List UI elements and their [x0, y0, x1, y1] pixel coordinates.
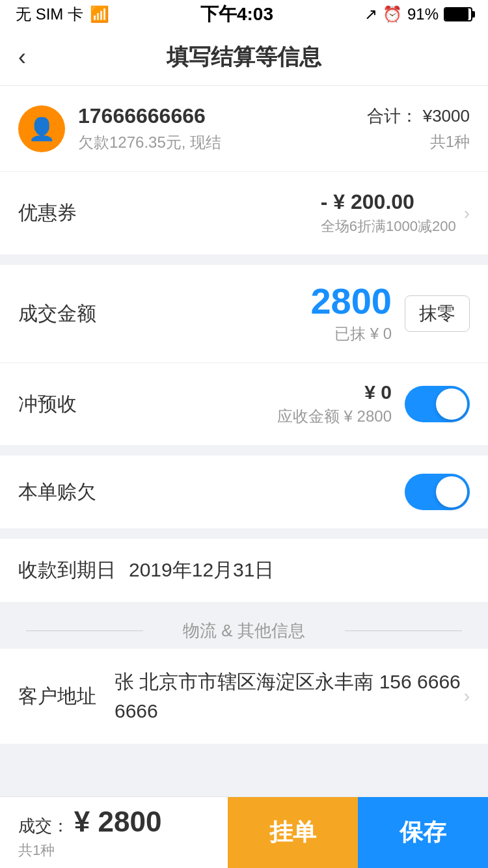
logistics-text: 物流 & 其他信息 — [172, 619, 316, 642]
advance-right: ¥ 0 应收金额 ¥ 2800 — [277, 381, 470, 427]
status-bar: 无 SIM 卡 📶 下午4:03 ↗ ⏰ 91% — [0, 0, 488, 29]
location-icon: ↗ — [364, 5, 377, 23]
bottom-amount: ¥ 2800 — [74, 806, 162, 837]
clock-icon: ⏰ — [383, 5, 402, 23]
hold-button[interactable]: 挂单 — [228, 797, 358, 869]
advance-amount-info: ¥ 0 应收金额 ¥ 2800 — [277, 381, 392, 427]
status-right: ↗ ⏰ 91% — [364, 5, 472, 23]
due-date-label: 收款到期日 — [18, 557, 116, 584]
back-button[interactable]: ‹ — [18, 44, 26, 71]
coupon-right: - ¥ 200.00 全场6折满1000减200 › — [321, 190, 470, 236]
total-amount: ¥3000 — [423, 106, 470, 126]
battery-icon — [444, 7, 472, 21]
wifi-icon: 📶 — [90, 5, 109, 23]
advance-sub: 应收金额 ¥ 2800 — [277, 406, 392, 427]
coupon-sub: 全场6折满1000减200 — [321, 217, 456, 236]
bottom-count: 共1种 — [18, 841, 210, 860]
total-count: 共1种 — [367, 131, 470, 152]
coupon-info: - ¥ 200.00 全场6折满1000减200 — [321, 190, 456, 236]
customer-card: 👤 17666666666 欠款1276.35元, 现结 合计： ¥3000 共… — [0, 86, 488, 254]
address-arrow-icon: › — [464, 686, 470, 707]
due-date-value: 2019年12月31日 — [129, 557, 274, 584]
bottom-summary: 成交： ¥ 2800 共1种 — [0, 806, 228, 860]
address-text: 张 北京市市辖区海淀区永丰南 156 6666 6666 — [115, 667, 464, 726]
coupon-row[interactable]: 优惠券 - ¥ 200.00 全场6折满1000减200 › — [0, 171, 488, 254]
bottom-bar: 成交： ¥ 2800 共1种 挂单 保存 — [0, 796, 488, 868]
amount-sub: 已抹 ¥ 0 — [310, 323, 392, 344]
advance-value: ¥ 0 — [277, 381, 392, 403]
due-date-section: 收款到期日 2019年12月31日 — [0, 539, 488, 602]
address-section[interactable]: 客户地址 张 北京市市辖区海淀区永丰南 156 6666 6666 › — [0, 649, 488, 744]
nav-bar: ‹ 填写结算等信息 — [0, 29, 488, 86]
amount-info: 2800 已抹 ¥ 0 — [310, 283, 392, 344]
amount-right: 2800 已抹 ¥ 0 抹零 — [310, 283, 470, 344]
amount-section: 成交金额 2800 已抹 ¥ 0 抹零 冲预收 ¥ 0 应收金额 ¥ 2800 — [0, 265, 488, 445]
address-label: 客户地址 — [18, 683, 96, 710]
customer-left: 👤 17666666666 欠款1276.35元, 现结 — [18, 104, 221, 153]
customer-info-row: 👤 17666666666 欠款1276.35元, 现结 合计： ¥3000 共… — [0, 86, 488, 171]
debt-section: 本单赊欠 — [0, 455, 488, 528]
avatar: 👤 — [18, 105, 65, 152]
page-title: 填写结算等信息 — [167, 42, 321, 72]
avatar-icon: 👤 — [28, 116, 55, 142]
amount-row: 成交金额 2800 已抹 ¥ 0 抹零 — [0, 265, 488, 363]
customer-details: 17666666666 欠款1276.35元, 现结 — [78, 104, 221, 153]
advance-row: 冲预收 ¥ 0 应收金额 ¥ 2800 — [0, 363, 488, 445]
main-content: 👤 17666666666 欠款1276.35元, 现结 合计： ¥3000 共… — [0, 86, 488, 832]
advance-label: 冲预收 — [18, 391, 77, 418]
save-button[interactable]: 保存 — [358, 797, 488, 869]
bottom-deal-row: 成交： ¥ 2800 — [18, 806, 210, 838]
customer-subtext: 欠款1276.35元, 现结 — [78, 132, 221, 153]
no-sim-text: 无 SIM 卡 — [16, 4, 83, 25]
logistics-divider: 物流 & 其他信息 — [0, 612, 488, 649]
coupon-amount: - ¥ 200.00 — [321, 190, 456, 214]
status-time: 下午4:03 — [200, 2, 273, 27]
coupon-arrow-icon: › — [464, 203, 470, 224]
debt-label: 本单赊欠 — [18, 479, 96, 506]
debt-toggle[interactable] — [405, 474, 470, 510]
total-label: 合计： ¥3000 — [367, 105, 470, 128]
amount-value: 2800 — [310, 283, 392, 319]
amount-label: 成交金额 — [18, 301, 96, 327]
advance-toggle[interactable] — [405, 386, 470, 422]
status-left: 无 SIM 卡 📶 — [16, 4, 109, 25]
battery-percent: 91% — [407, 5, 439, 23]
round-button[interactable]: 抹零 — [405, 295, 470, 332]
customer-total: 合计： ¥3000 共1种 — [367, 105, 470, 152]
coupon-label: 优惠券 — [18, 200, 77, 226]
customer-phone: 17666666666 — [78, 104, 221, 128]
bottom-deal-label: 成交： — [18, 816, 69, 835]
